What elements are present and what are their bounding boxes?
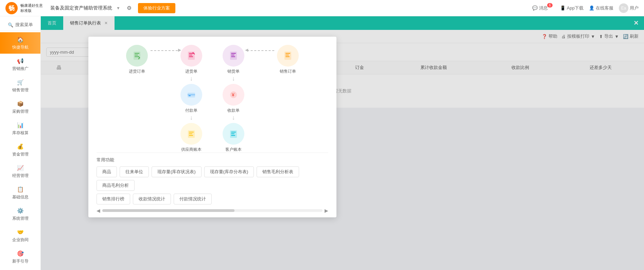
search-icon: 🔍 [8,22,13,28]
download-icon: 📱 [560,5,565,11]
svg-rect-26 [285,53,290,54]
flow-node-customer[interactable]: 客户账本 [223,123,244,152]
svg-rect-16 [231,53,236,54]
customer-circle [223,123,244,145]
flow-col-1: 进货订单 [126,45,148,74]
flow-node-purchase-order[interactable]: 进货订单 [126,45,148,74]
scrollbar-track[interactable] [102,209,323,212]
flow-col-4: 销售订单 [277,45,299,74]
content-area: 首页 销售订单执行表 ✕ ✕ ❓ 帮助 🖨 按模板打印 ▼ ⬆ 导出 ▼ [41,16,644,270]
marketing-icon: 📢 [17,57,24,65]
btn-sales-gross[interactable]: 销售毛利分析表 [257,166,299,177]
svg-rect-2 [135,55,138,55]
common-functions-section: 常用功能 商品 往来单位 现存量(库存状况表) 现存量(库存分布表) 销售毛利分… [97,152,328,204]
top-header: 畅 畅康通好生意 标准版 装备及固定资产辅助管理系统 ▼ ⚙ 体验行业方案 💬 … [0,0,644,16]
customer-label: 客户账本 [225,147,242,152]
sales-icon: 🛒 [17,78,24,86]
flow-node-receipt[interactable]: ¥ 收款单 [223,84,244,113]
online-service-button[interactable]: 👤 在线客服 [589,5,613,11]
btn-stock-status[interactable]: 现存量(库存状况表) [152,166,202,177]
guide-icon: 🎯 [17,250,24,257]
btn-product[interactable]: 商品 [97,166,117,177]
svg-rect-28 [285,56,290,57]
settings-gear-button[interactable]: ⚙ [124,3,134,13]
svg-rect-22 [231,132,236,132]
btn-related-unit[interactable]: 往来单位 [120,166,149,177]
operation-icon: 📈 [17,164,24,172]
quick-nav-icon: 🏠 [17,36,24,43]
sidebar-item-basic[interactable]: 📋 基础信息 [0,182,40,203]
supplier-circle [180,123,202,145]
arrow-4-3: ◀ [244,50,277,51]
svg-rect-24 [231,135,235,136]
flow-node-supplier[interactable]: 供应商账本 [180,123,202,152]
scroll-right-btn[interactable]: ▶ [325,208,328,213]
sidebar-item-purchase[interactable]: 📦 采购管理 [0,96,40,118]
system-icon: ⚙️ [17,207,24,214]
receipt-label: 收款单 [227,108,240,113]
inventory-icon: 📊 [17,121,24,129]
header-right: 💬 消息 6 📱 App下载 👤 在线客服 Ea 用户 [532,3,639,13]
trial-button[interactable]: 体验行业方案 [138,3,175,13]
enterprise-icon: 🤝 [17,228,24,236]
btn-payment-stats[interactable]: 付款情况统计 [174,194,212,204]
svg-rect-27 [285,55,289,55]
main-layout: 🔍 搜索菜单 🏠 快捷导航 📢 营销推广 🛒 销售管理 📦 采购管理 📊 库存核… [0,16,644,270]
sales-order-label: 销售订单 [280,69,296,74]
logo-area: 畅 畅康通好生意 标准版 [5,2,46,14]
svg-rect-14 [189,135,193,136]
flow-node-payment[interactable]: 付款单 [180,84,202,113]
sidebar-item-enterprise[interactable]: 🤝 企业协同 [0,225,40,246]
sales-order-circle [277,45,299,67]
sidebar-item-guide[interactable]: 🎯 新手引导 [0,246,40,268]
common-btns-row2: 销售排行榜 收款情况统计 付款情况统计 [97,194,328,204]
message-badge: 6 [547,3,553,7]
flow-col-2: 进货单 ↓ 付款单 [180,45,202,152]
sidebar-item-finance[interactable]: 💰 资金管理 [0,139,40,161]
service-icon: 👤 [589,5,594,11]
flow-node-sales-bill[interactable]: 销货单 [223,45,244,74]
search-menu-button[interactable]: 🔍 搜索菜单 [0,19,40,31]
purchase-order-circle [126,45,148,67]
flow-col-3: 销货单 ↓ ¥ 收款单 ↓ [223,45,244,152]
finance-icon: 💰 [17,143,24,150]
btn-sales-rank[interactable]: 销售排行榜 [97,194,130,204]
btn-product-gross[interactable]: 商品毛利分析 [97,180,135,191]
scroll-left-btn[interactable]: ◀ [97,208,100,213]
user-avatar: Ea [619,3,628,13]
logo-icon: 畅 [5,2,18,14]
purchase-bill-circle [180,45,202,67]
flow-node-sales-order[interactable]: 销售订单 [277,45,299,74]
app-download-button[interactable]: 📱 App下载 [560,5,584,11]
svg-rect-7 [189,56,193,57]
purchase-icon: 📦 [17,100,24,107]
sidebar-item-system[interactable]: ⚙️ 系统管理 [0,203,40,225]
btn-stock-dist[interactable]: 现存量(库存分布表) [204,166,254,177]
svg-rect-3 [135,56,139,57]
payment-circle [180,84,202,106]
svg-rect-15 [230,52,237,60]
system-title: 装备及固定资产辅助管理系统 [50,5,112,11]
sidebar-item-quick[interactable]: 🏠 快捷导航 [0,32,40,54]
message-button[interactable]: 💬 消息 6 [532,5,555,11]
supplier-label: 供应商账本 [181,147,202,152]
svg-rect-17 [231,55,234,55]
arrow-down-receipt: ↓ [232,74,235,83]
sidebar: 🔍 搜索菜单 🏠 快捷导航 📢 营销推广 🛒 销售管理 📦 采购管理 📊 库存核… [0,16,41,270]
sidebar-item-inventory[interactable]: 📊 库存核算 [0,118,40,139]
svg-rect-18 [231,56,235,57]
sidebar-item-marketing[interactable]: 📢 营销推广 [0,54,40,75]
sidebar-item-operation[interactable]: 📈 经营管理 [0,161,40,182]
arrow-1-2 [148,50,180,51]
sidebar-item-sales[interactable]: 🛒 销售管理 [0,75,40,96]
svg-rect-12 [189,132,194,132]
logo-text: 畅康通好生意 标准版 [20,3,43,13]
svg-text:¥: ¥ [231,92,234,97]
flow-node-purchase-bill[interactable]: 进货单 [180,45,202,74]
svg-rect-1 [135,53,139,54]
receipt-circle: ¥ [223,84,244,106]
message-icon: 💬 [532,5,538,11]
btn-receipt-stats[interactable]: 收款情况统计 [133,194,171,204]
user-area[interactable]: Ea 用户 [619,3,639,13]
system-dropdown-icon[interactable]: ▼ [116,6,120,11]
